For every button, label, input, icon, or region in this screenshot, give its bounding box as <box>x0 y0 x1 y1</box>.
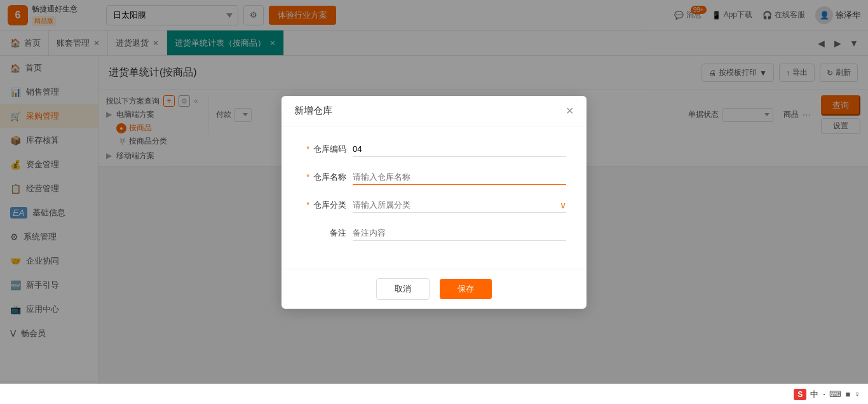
modal-close-btn[interactable]: ✕ <box>566 105 574 117</box>
s-logo: S <box>794 389 806 400</box>
new-warehouse-modal: 新增仓库 ✕ * 仓库编码 * 仓库名称 <box>281 96 587 309</box>
form-row-category: * 仓库分类 ∨ <box>302 198 566 213</box>
remark-label: 备注 <box>302 227 346 239</box>
modal-footer: 取消 保存 <box>281 269 587 309</box>
bottom-icons: S 中 · ⌨ ■ ♀ <box>794 387 860 401</box>
code-label: * 仓库编码 <box>302 144 346 155</box>
name-label: * 仓库名称 <box>302 172 346 183</box>
modal-title: 新增仓库 <box>294 105 332 117</box>
category-dropdown-icon: ∨ <box>560 200 566 210</box>
category-label: * 仓库分类 <box>302 199 346 211</box>
required-star-code: * <box>306 144 309 154</box>
category-select-wrap: ∨ <box>353 198 566 213</box>
cancel-btn[interactable]: 取消 <box>376 278 430 300</box>
save-btn[interactable]: 保存 <box>440 279 492 299</box>
modal-header: 新增仓库 ✕ <box>281 96 587 126</box>
bottom-dot-icon[interactable]: · <box>822 387 825 401</box>
form-row-code: * 仓库编码 <box>302 142 566 157</box>
warehouse-name-input[interactable] <box>353 170 566 185</box>
bottom-status-bar: S 中 · ⌨ ■ ♀ <box>0 384 868 404</box>
bottom-cn-icon[interactable]: 中 <box>810 389 818 400</box>
modal-body: * 仓库编码 * 仓库名称 * 仓库分类 <box>281 126 587 269</box>
bottom-keyboard-icon[interactable]: ⌨ <box>829 389 841 399</box>
category-input[interactable] <box>353 198 566 213</box>
modal-overlay: 新增仓库 ✕ * 仓库编码 * 仓库名称 <box>0 0 868 404</box>
required-star-category: * <box>306 200 309 210</box>
remark-input[interactable] <box>353 226 566 241</box>
bottom-square-icon[interactable]: ■ <box>845 389 850 399</box>
required-star-name: * <box>306 172 309 182</box>
warehouse-code-input[interactable] <box>353 142 566 157</box>
form-row-remark: 备注 <box>302 226 566 241</box>
form-row-name: * 仓库名称 <box>302 170 566 185</box>
bottom-female-icon[interactable]: ♀ <box>854 389 860 399</box>
